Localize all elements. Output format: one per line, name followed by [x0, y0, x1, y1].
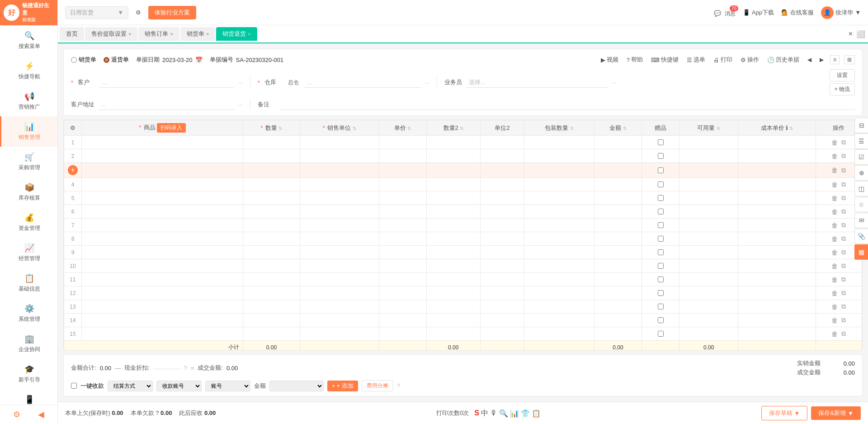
sale-radio[interactable]: 销货单	[71, 56, 96, 64]
sidebar-item-sales[interactable]: 📊 销售管理	[0, 116, 57, 147]
rp-btn-4[interactable]: ⊕	[854, 165, 868, 181]
video-btn[interactable]: ▶ 视频	[599, 55, 620, 65]
delete-row-btn[interactable]: 🗑	[830, 317, 839, 324]
tool4-icon[interactable]: 📊	[510, 409, 519, 418]
delete-row-btn[interactable]: 🗑	[830, 303, 839, 310]
tool1-icon[interactable]: 中	[481, 409, 488, 418]
logistics-btn[interactable]: + 物流	[830, 83, 855, 95]
gift-checkbox[interactable]	[658, 153, 664, 159]
gift-checkbox[interactable]	[658, 317, 664, 323]
qty2-cell[interactable]	[426, 163, 480, 178]
delete-row-btn[interactable]: 🗑	[830, 152, 839, 160]
tab-sale-price[interactable]: 售价提取设置 ×	[85, 27, 137, 41]
gift-checkbox[interactable]	[658, 331, 664, 337]
copy-row-btn[interactable]: ⧉	[840, 235, 847, 243]
return-radio[interactable]: 退货单	[104, 56, 129, 64]
delete-row-btn[interactable]: 🗑	[830, 276, 839, 283]
gift-cell[interactable]	[642, 136, 679, 149]
sort-icon[interactable]: ⇅	[717, 126, 720, 131]
add-payment-btn[interactable]: + + 添加	[327, 381, 358, 391]
rp-btn-2[interactable]: ☰	[854, 133, 868, 149]
delete-row-btn[interactable]: 🗑	[830, 235, 839, 243]
staff-input[interactable]	[466, 77, 608, 88]
copy-row-btn[interactable]: ⧉	[840, 289, 847, 297]
gift-checkbox[interactable]	[658, 304, 664, 310]
history-btn[interactable]: 🕐 历史单据	[765, 55, 801, 65]
sidebar-item-app[interactable]: 📱 应用中心	[0, 389, 57, 405]
calc-method-select[interactable]: 结算方式	[108, 381, 153, 391]
maximize-btn[interactable]: ⬜	[855, 29, 866, 39]
save-draft-btn[interactable]: 保存草稿 ▼	[761, 406, 808, 420]
delete-row-btn[interactable]: 🗑	[830, 222, 839, 229]
gift-cell[interactable]	[642, 163, 679, 178]
unit-cell[interactable]	[300, 163, 379, 178]
gift-checkbox[interactable]	[658, 290, 664, 296]
return-radio-input[interactable]	[104, 57, 109, 63]
sale-radio-input[interactable]	[71, 57, 77, 63]
qty-cell[interactable]	[243, 149, 300, 163]
amount-cell[interactable]	[594, 163, 642, 178]
customer-ellipsis[interactable]: ···	[238, 79, 243, 86]
one-key-checkbox[interactable]	[71, 383, 77, 389]
unit2-cell[interactable]	[480, 136, 524, 149]
rp-btn-7[interactable]: ✉	[854, 213, 868, 228]
delete-row-btn[interactable]: 🗑	[830, 167, 839, 174]
sidebar-item-purchase[interactable]: 🛒 采购管理	[0, 147, 57, 177]
collapse-icon[interactable]: ◀	[38, 410, 44, 419]
list-view-btn[interactable]: ≡	[830, 55, 840, 64]
copy-row-btn[interactable]: ⧉	[840, 208, 847, 215]
save-new-btn[interactable]: 保存&新增 ▼	[811, 406, 861, 420]
settings-btn[interactable]: 设置	[830, 69, 855, 81]
sort-icon[interactable]: ⇅	[623, 126, 627, 131]
remark-input[interactable]	[279, 99, 855, 110]
price-cell[interactable]	[379, 163, 426, 178]
rp-btn-1[interactable]: ⊟	[854, 118, 868, 133]
sidebar-item-base[interactable]: 📋 基础信息	[0, 268, 57, 298]
gift-checkbox[interactable]	[658, 249, 664, 255]
delete-row-btn[interactable]: 🗑	[830, 249, 839, 256]
delete-row-btn[interactable]: 🗑	[830, 290, 839, 297]
rp-btn-9[interactable]: ▦	[854, 244, 868, 260]
select-btn[interactable]: ☰ 选单	[685, 55, 707, 65]
calendar-icon[interactable]: 📅	[195, 57, 203, 63]
qty2-cell[interactable]	[426, 136, 480, 149]
print-btn[interactable]: 🖨 打印	[712, 55, 734, 65]
tab-close-icon[interactable]: ×	[206, 31, 209, 37]
copy-row-btn[interactable]: ⧉	[840, 276, 847, 283]
close-tab-btn[interactable]: ×	[848, 29, 854, 39]
gift-cell[interactable]	[642, 149, 679, 163]
qty-cell[interactable]	[243, 136, 300, 149]
delete-row-btn[interactable]: 🗑	[830, 208, 839, 215]
user-menu[interactable]: 👤 徐泽华 ▼	[821, 6, 861, 19]
next-btn[interactable]: ▶	[818, 56, 826, 64]
shortcut-btn[interactable]: ⌨ 快捷键	[649, 55, 680, 65]
amount-cell[interactable]	[594, 136, 642, 149]
tab-close-icon[interactable]: ×	[248, 31, 250, 37]
goods-cell[interactable]	[82, 136, 243, 149]
copy-row-btn[interactable]: ⧉	[840, 152, 847, 160]
delete-row-btn[interactable]: 🗑	[830, 139, 839, 146]
tab-close-icon[interactable]: ×	[170, 31, 173, 37]
gift-checkbox[interactable]	[658, 209, 664, 214]
warehouse-ellipsis[interactable]: ···	[425, 79, 429, 86]
app-download-btn[interactable]: 📱 App下载	[743, 9, 774, 17]
rp-btn-6[interactable]: ☆	[854, 197, 868, 212]
sidebar-item-system[interactable]: ⚙️ 系统管理	[0, 298, 57, 329]
copy-row-btn[interactable]: ⧉	[840, 138, 847, 146]
quick-nav-selector[interactable]: 日用百货 ▼	[65, 6, 128, 19]
rp-btn-8[interactable]: 📎	[854, 229, 868, 244]
help-btn[interactable]: ? 帮助	[625, 55, 645, 65]
goods-input[interactable]	[85, 167, 239, 174]
goods-cell[interactable]	[82, 163, 243, 178]
copy-row-btn[interactable]: ⧉	[840, 303, 847, 310]
amount-cell[interactable]	[594, 149, 642, 163]
unit-cell[interactable]	[300, 136, 379, 149]
qty-cell[interactable]	[243, 163, 300, 178]
tool5-icon[interactable]: 👕	[521, 409, 530, 418]
copy-row-btn[interactable]: ⧉	[840, 262, 847, 270]
sort-icon[interactable]: ⇅	[407, 126, 411, 131]
copy-row-btn[interactable]: ⧉	[840, 248, 847, 256]
sort-icon[interactable]: ⇅	[353, 126, 356, 131]
pack-cell[interactable]	[524, 163, 594, 178]
delete-row-btn[interactable]: 🗑	[830, 195, 839, 202]
